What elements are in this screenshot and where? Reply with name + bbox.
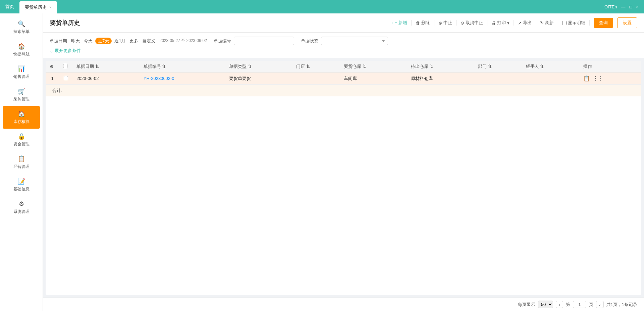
page-unit: 页 <box>589 302 593 308</box>
divider-3 <box>456 20 457 26</box>
finance-icon: 🔒 <box>18 133 25 140</box>
export-button[interactable]: ↗ 导出 <box>518 20 532 26</box>
divider-6 <box>536 20 536 26</box>
td-date: 2023-06-02 <box>72 73 140 85</box>
query-button[interactable]: 查询 <box>594 18 613 28</box>
page-title: 要货单历史 <box>50 19 80 27</box>
th-pending-warehouse-label: 待出仓库 <box>411 64 428 69</box>
tab-home[interactable]: 首页 <box>0 0 19 13</box>
th-date-sort-icon[interactable]: ⇅ <box>95 64 99 69</box>
settings-button[interactable]: 设置 <box>617 17 637 28</box>
td-dept <box>474 73 522 85</box>
top-right-icons: OfTEn — □ × <box>604 4 644 9</box>
tab-order-history-label: 要货单历史 <box>25 4 47 10</box>
th-warehouse-sort-icon[interactable]: ⇅ <box>363 64 366 69</box>
row-checkbox[interactable] <box>64 76 68 80</box>
sidebar-item-finance[interactable]: 🔒 资金管理 <box>0 129 43 151</box>
page-number-input[interactable] <box>573 301 586 308</box>
th-date: 单据日期 ⇅ <box>72 61 140 73</box>
delete-label: 删除 <box>421 20 430 26</box>
refresh-button[interactable]: ↻ 刷新 <box>540 20 554 26</box>
sidebar-item-purchase[interactable]: 🛒 采购管理 <box>0 84 43 106</box>
divider-7 <box>558 20 558 26</box>
new-button[interactable]: + + 新增 <box>391 20 407 26</box>
close-window-icon[interactable]: × <box>636 4 639 9</box>
show-detail-input[interactable] <box>562 21 567 25</box>
filter-status-item: 单据状态 <box>301 37 388 45</box>
delete-button[interactable]: 🗑 删除 <box>416 20 430 26</box>
sidebar-item-inventory-label: 库存核算 <box>13 119 30 125</box>
order-no-input[interactable] <box>234 37 294 45</box>
th-dept-sort-icon[interactable]: ⇅ <box>488 64 492 69</box>
print-button[interactable]: 🖨 打印 ▾ <box>491 20 509 26</box>
home-icon: 🏠 <box>18 43 25 50</box>
stop-label: 中止 <box>443 20 452 26</box>
new-icon: + <box>391 20 393 26</box>
tab-close-icon[interactable]: × <box>49 5 52 10</box>
stop-button[interactable]: ⊗ 中止 <box>438 20 452 26</box>
sidebar-item-purchase-label: 采购管理 <box>13 96 30 102</box>
th-action-label: 操作 <box>583 64 592 69</box>
th-handler-sort-icon[interactable]: ⇅ <box>540 64 544 69</box>
date-btn-1month[interactable]: 近1月 <box>113 38 127 44</box>
sidebar-item-sales-label: 销售管理 <box>13 74 30 80</box>
cancel-stop-button[interactable]: ⊙ 取消中止 <box>461 20 483 26</box>
divider-4 <box>487 20 487 26</box>
row-action-more-icon[interactable]: ⋮⋮ <box>593 75 603 82</box>
expand-down-icon: ⌄ <box>50 48 53 53</box>
th-settings: ⚙ <box>46 61 59 73</box>
th-order-no-sort-icon[interactable]: ⇅ <box>162 64 166 69</box>
th-store-sort-icon[interactable]: ⇅ <box>306 64 310 69</box>
top-right-text: OfTEn <box>604 4 617 9</box>
table-area: ⚙ 单据日期 ⇅ 单据编号 ⇅ <box>46 61 641 295</box>
divider-2 <box>434 20 434 26</box>
sidebar-item-system[interactable]: ⚙ 系统管理 <box>0 196 43 219</box>
page-first-section: 第 <box>566 302 570 308</box>
prev-page-button[interactable]: ‹ <box>556 301 563 308</box>
sidebar: 🔍 搜索菜单 🏠 快捷导航 📊 销售管理 🛒 采购管理 🏠 库存核算 🔒 资金管… <box>0 13 43 311</box>
tab-order-history[interactable]: 要货单历史 × <box>19 1 57 13</box>
sidebar-item-quicknav[interactable]: 🏠 快捷导航 <box>0 39 43 61</box>
date-buttons: 昨天 今天 近7天 近1月 更多 自定义 <box>70 38 157 44</box>
per-page-select[interactable]: 50 <box>538 301 553 308</box>
sidebar-item-operations-label: 经营管理 <box>13 164 30 170</box>
new-label: + 新增 <box>395 20 407 26</box>
divider-8 <box>589 20 590 26</box>
refresh-icon: ↻ <box>540 20 544 26</box>
date-range-text: 2023-05-27 至 2023-06-02 <box>159 38 207 44</box>
next-page-button[interactable]: › <box>596 301 603 308</box>
th-store-label: 门店 <box>296 64 305 69</box>
select-all-checkbox[interactable] <box>63 64 67 68</box>
print-label: 打印 <box>497 20 506 26</box>
date-btn-more[interactable]: 更多 <box>128 38 140 44</box>
show-detail-checkbox[interactable]: 显示明细 <box>562 20 585 26</box>
expand-conditions-btn[interactable]: ⌄ 展开更多条件 <box>50 48 637 54</box>
export-label: 导出 <box>523 20 532 26</box>
date-btn-today[interactable]: 今天 <box>83 38 94 44</box>
search-icon: 🔍 <box>18 20 25 28</box>
date-btn-custom[interactable]: 自定义 <box>141 38 157 44</box>
maximize-icon[interactable]: □ <box>630 4 632 9</box>
date-btn-yesterday[interactable]: 昨天 <box>70 38 81 44</box>
sidebar-item-inventory[interactable]: 🏠 库存核算 <box>3 106 40 129</box>
td-order-no: YH-20230602-0 <box>140 73 225 85</box>
row-action-copy-icon[interactable]: 📋 <box>583 75 590 82</box>
sidebar-item-sales[interactable]: 📊 销售管理 <box>0 61 43 84</box>
action-icons: 📋 ⋮⋮ <box>583 75 637 82</box>
page-header: 要货单历史 + + 新增 🗑 删除 ⊗ 中止 ⊙ <box>43 13 644 33</box>
th-pending-warehouse-sort-icon[interactable]: ⇅ <box>430 64 433 69</box>
cancel-stop-icon: ⊙ <box>461 20 464 26</box>
column-settings-icon[interactable]: ⚙ <box>50 64 54 69</box>
sidebar-item-search[interactable]: 🔍 搜索菜单 <box>0 16 43 39</box>
th-type-sort-icon[interactable]: ⇅ <box>248 64 252 69</box>
date-btn-7days[interactable]: 近7天 <box>95 38 112 44</box>
data-table: ⚙ 单据日期 ⇅ 单据编号 ⇅ <box>46 61 641 85</box>
th-pending-warehouse: 待出仓库 ⇅ <box>407 61 474 73</box>
minimize-icon[interactable]: — <box>621 4 626 9</box>
row-order-no-link[interactable]: YH-20230602-0 <box>144 76 174 81</box>
sidebar-item-operations[interactable]: 📋 经营管理 <box>0 151 43 174</box>
summary-label: 合计: <box>52 88 62 93</box>
sidebar-item-basic-info[interactable]: 📝 基础信息 <box>0 174 43 196</box>
status-select[interactable] <box>321 37 388 45</box>
th-dept: 部门 ⇅ <box>474 61 522 73</box>
